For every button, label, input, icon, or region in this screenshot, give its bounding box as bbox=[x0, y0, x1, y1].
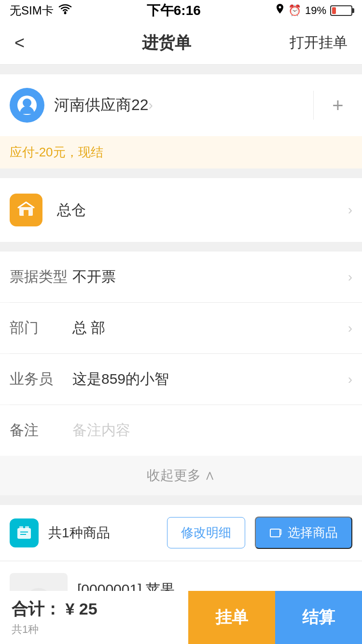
select-product-label: 选择商品 bbox=[288, 524, 338, 541]
warehouse-icon-bg bbox=[10, 194, 42, 226]
supplier-arrow-icon: › bbox=[149, 98, 163, 113]
location-icon bbox=[276, 4, 284, 17]
invoice-arrow-icon: › bbox=[348, 269, 352, 285]
salesperson-label: 业务员 bbox=[10, 369, 68, 389]
product-count-text: 共1种商品 bbox=[48, 524, 157, 542]
svg-point-0 bbox=[64, 12, 66, 14]
gap-4 bbox=[0, 495, 362, 505]
total-amount: 合计： ¥ 25 bbox=[12, 598, 177, 620]
department-value: 总 部 bbox=[68, 318, 348, 338]
battery-percent: 19% bbox=[305, 4, 326, 17]
salesperson-arrow-icon: › bbox=[348, 372, 352, 387]
supplier-section: 河南供应商22 › + bbox=[0, 74, 362, 136]
total-count: 共1种 bbox=[12, 622, 177, 637]
warehouse-row[interactable]: 总仓 › bbox=[0, 178, 362, 242]
warehouse-name: 总仓 bbox=[52, 200, 348, 220]
gap-1 bbox=[0, 65, 362, 74]
product-header: 共1种商品 修改明细 选择商品 bbox=[0, 505, 362, 560]
status-time: 下午6:16 bbox=[147, 1, 201, 20]
hang-button[interactable]: 挂单 bbox=[188, 591, 275, 644]
status-left: 无SIM卡 bbox=[10, 3, 72, 18]
invoice-value: 不开票 bbox=[68, 267, 348, 287]
salesperson-value: 这是859的小智 bbox=[68, 369, 348, 389]
alarm-icon: ⏰ bbox=[288, 4, 301, 17]
modify-detail-button[interactable]: 修改明细 bbox=[167, 517, 245, 548]
supplier-name: 河南供应商22 bbox=[54, 95, 149, 116]
warehouse-arrow-icon: › bbox=[348, 202, 352, 218]
invoice-label: 票据类型 bbox=[10, 267, 68, 287]
svg-rect-8 bbox=[270, 529, 280, 537]
select-product-button[interactable]: 选择商品 bbox=[255, 517, 352, 549]
collapse-row[interactable]: 收起更多 ∧ bbox=[0, 456, 362, 495]
back-button[interactable]: < bbox=[14, 33, 43, 53]
gap-2 bbox=[0, 168, 362, 178]
checkout-button[interactable]: 结算 bbox=[275, 591, 362, 644]
open-hang-button[interactable]: 打开挂单 bbox=[290, 33, 348, 53]
nav-bar: < 进货单 打开挂单 bbox=[0, 21, 362, 65]
page-title: 进货单 bbox=[142, 32, 191, 54]
wifi-icon bbox=[58, 4, 72, 17]
warehouse-icon bbox=[17, 199, 35, 221]
svg-rect-5 bbox=[25, 526, 29, 529]
supplier-selector[interactable]: 河南供应商22 › bbox=[0, 74, 313, 136]
svg-rect-4 bbox=[19, 526, 23, 529]
invoice-row[interactable]: 票据类型 不开票 › bbox=[0, 252, 362, 302]
supplier-avatar bbox=[10, 88, 44, 123]
gap-3 bbox=[0, 242, 362, 252]
battery-icon bbox=[330, 5, 352, 16]
salesperson-row[interactable]: 业务员 这是859的小智 › bbox=[0, 354, 362, 405]
add-supplier-button[interactable]: + bbox=[314, 95, 362, 116]
department-arrow-icon: › bbox=[348, 321, 352, 336]
svg-rect-3 bbox=[17, 528, 31, 539]
department-label: 部门 bbox=[10, 318, 68, 338]
collapse-text: 收起更多 ∧ bbox=[147, 466, 216, 485]
svg-rect-2 bbox=[24, 210, 28, 216]
bottom-bar: 合计： ¥ 25 共1种 挂单 结算 bbox=[0, 591, 362, 644]
total-label: 合计： bbox=[12, 600, 61, 618]
sim-signal: 无SIM卡 bbox=[10, 3, 54, 18]
total-value: ¥ 25 bbox=[65, 600, 97, 618]
notice-text: 应付-20元，现结 bbox=[10, 145, 103, 159]
department-row[interactable]: 部门 总 部 › bbox=[0, 303, 362, 353]
page-content: 河南供应商22 › + 应付-20元，现结 总仓 › 票据类型 不开票 › bbox=[0, 65, 362, 644]
notice-bar: 应付-20元，现结 bbox=[0, 136, 362, 168]
remark-label: 备注 bbox=[10, 420, 68, 440]
remark-row[interactable]: 备注 备注内容 bbox=[0, 405, 362, 456]
bottom-total: 合计： ¥ 25 共1种 bbox=[0, 591, 188, 644]
remark-value[interactable]: 备注内容 bbox=[68, 420, 352, 440]
status-bar: 无SIM卡 下午6:16 ⏰ 19% bbox=[0, 0, 362, 21]
product-count-icon bbox=[10, 518, 39, 547]
status-right: ⏰ 19% bbox=[276, 4, 352, 17]
